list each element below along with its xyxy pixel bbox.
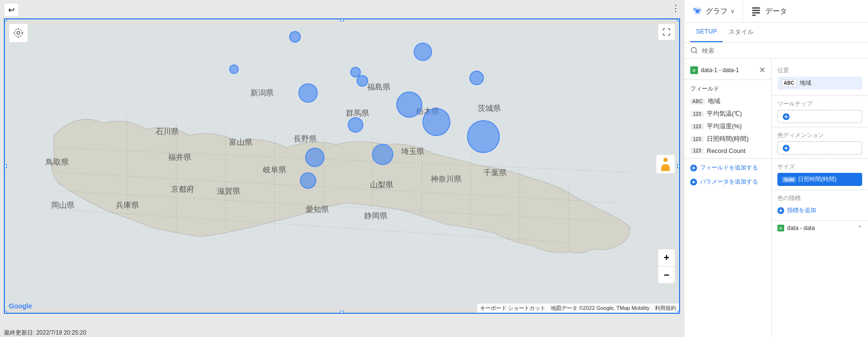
- map-frame: 新潟県 福島県 栃木県 茨城県 群馬県 埼玉県 千葉県 神奈川県 山梨県 長野県…: [4, 18, 680, 314]
- bubble-6: [298, 83, 318, 103]
- field-item-temp[interactable]: 123 平均気温(℃): [684, 107, 771, 120]
- handle-bottom-left[interactable]: [4, 311, 7, 314]
- add-param-icon: [690, 179, 697, 185]
- bottom-data-source-section: D data - data ⌃: [772, 223, 868, 233]
- zoom-in-button[interactable]: +: [658, 249, 675, 266]
- person-button[interactable]: [656, 154, 675, 174]
- handle-top-mid[interactable]: [340, 18, 344, 21]
- color-dim-add-label: [791, 144, 797, 152]
- bubble-12: [372, 144, 393, 165]
- undo-button[interactable]: ↩: [4, 3, 19, 17]
- add-field-icon: [690, 165, 697, 171]
- bubbles-container: [5, 19, 679, 313]
- bubble-2: [414, 43, 432, 61]
- bottom-data-source-item[interactable]: D data - data ⌃: [777, 225, 862, 231]
- handle-mid-right[interactable]: [677, 164, 680, 168]
- divider-4: [772, 127, 868, 127]
- add-parameter-button[interactable]: パラメータを追加する: [684, 175, 771, 189]
- svg-rect-45: [752, 10, 760, 11]
- field-item-humidity[interactable]: 123 平均湿度(%): [684, 120, 771, 133]
- map-footer-text: キーボード ショートカット 地図データ ©2022 Google, TMap M…: [477, 304, 679, 313]
- color-dim-label: 色ディメンション: [777, 131, 862, 139]
- field-name-5: Record Count: [707, 147, 745, 154]
- zoom-out-button[interactable]: −: [658, 266, 675, 284]
- google-logo: Google: [9, 302, 32, 310]
- location-button[interactable]: [9, 23, 28, 43]
- add-param-label: パラメータを追加する: [700, 178, 758, 186]
- svg-text:D: D: [779, 226, 782, 230]
- svg-rect-44: [752, 7, 760, 9]
- position-field-badge: ABC: [781, 79, 797, 87]
- bubble-11: [467, 120, 500, 153]
- handle-top-left[interactable]: [4, 18, 7, 21]
- tab-setup[interactable]: SETUP: [690, 23, 723, 42]
- svg-point-48: [691, 47, 697, 53]
- field-item-sunshine[interactable]: 123 日照時間(時間): [684, 133, 771, 145]
- add-indicator-label: 指標を追加: [787, 206, 816, 214]
- field-type-123-2: 123: [690, 123, 704, 130]
- tooltip-add-icon: [783, 113, 790, 120]
- bubble-8: [396, 92, 422, 118]
- add-field-button[interactable]: フィールドを追加する: [684, 161, 771, 175]
- graph-tab-label: グラフ: [706, 7, 728, 16]
- size-label: サイズ: [777, 163, 862, 171]
- size-field-value: 日照時間(時間): [798, 175, 837, 184]
- config-column: 位置 ABC 地域 ツールチップ: [772, 59, 868, 337]
- tooltip-label: ツールチップ: [777, 100, 862, 108]
- tab-data[interactable]: データ: [743, 0, 795, 22]
- svg-rect-47: [752, 15, 756, 16]
- more-options-button[interactable]: ⋮: [671, 3, 680, 14]
- svg-point-43: [699, 9, 701, 11]
- svg-line-49: [696, 52, 697, 53]
- color-dim-add-icon: [783, 145, 790, 152]
- color-dim-add-button[interactable]: [777, 141, 862, 154]
- map-controls: [9, 23, 28, 43]
- tab-graph[interactable]: グラフ ∨: [684, 0, 743, 22]
- field-name-3: 平均湿度(%): [707, 122, 742, 131]
- bubble-7: [356, 75, 368, 87]
- last-updated-text: 最終更新日: 2022/7/19 20:25:20: [4, 329, 86, 337]
- position-field[interactable]: ABC 地域: [777, 77, 862, 90]
- field-name-4: 日照時間(時間): [707, 135, 749, 143]
- field-type-123-1: 123: [690, 111, 704, 117]
- fullscreen-button[interactable]: [658, 23, 675, 41]
- field-type-123-4: 123: [690, 148, 704, 154]
- main-container: ↩ ⋮: [0, 0, 868, 337]
- svg-point-41: [696, 9, 699, 13]
- svg-point-42: [693, 8, 696, 11]
- field-item-record-count[interactable]: 123 Record Count: [684, 145, 771, 156]
- size-field[interactable]: SUM 日照時間(時間): [777, 173, 862, 186]
- bubble-1: [289, 31, 301, 43]
- add-indicator-button[interactable]: 指標を追加: [777, 204, 862, 216]
- divider-2: [684, 158, 771, 159]
- bubble-4: [469, 71, 484, 85]
- data-source-name: data-1 - data-1: [701, 67, 756, 74]
- svg-rect-46: [752, 12, 760, 14]
- svg-point-39: [664, 158, 668, 162]
- divider-1: [684, 79, 771, 80]
- graph-tab-chevron: ∨: [730, 8, 735, 15]
- divider-3: [772, 95, 868, 96]
- field-type-123-3: 123: [690, 136, 704, 142]
- data-source-close-button[interactable]: ✕: [759, 65, 765, 75]
- divider-7: [772, 220, 868, 221]
- graph-icon: [692, 6, 703, 16]
- tab-style[interactable]: スタイル: [723, 23, 760, 42]
- color-dimension-section: 色ディメンション: [772, 129, 868, 156]
- search-icon: [690, 46, 698, 54]
- field-item-chiki[interactable]: ABC 地域: [684, 95, 771, 107]
- search-input[interactable]: [702, 47, 862, 54]
- right-panel: グラフ ∨ データ SETUP スタイル: [684, 0, 868, 337]
- handle-bottom-right[interactable]: [677, 311, 680, 314]
- position-label: 位置: [777, 66, 862, 75]
- search-bar: [684, 43, 868, 59]
- svg-point-37: [17, 31, 20, 34]
- tooltip-section: ツールチップ: [772, 98, 868, 125]
- add-field-label: フィールドを追加する: [700, 164, 758, 172]
- bottom-ds-icon: D: [777, 225, 784, 231]
- fields-column: D data-1 - data-1 ✕ フィールド ABC 地域 123 平均気…: [684, 59, 772, 337]
- handle-mid-left[interactable]: [4, 164, 7, 168]
- handle-bottom-mid[interactable]: [340, 311, 344, 314]
- handle-top-right[interactable]: [677, 18, 680, 21]
- tooltip-add-button[interactable]: [777, 110, 862, 123]
